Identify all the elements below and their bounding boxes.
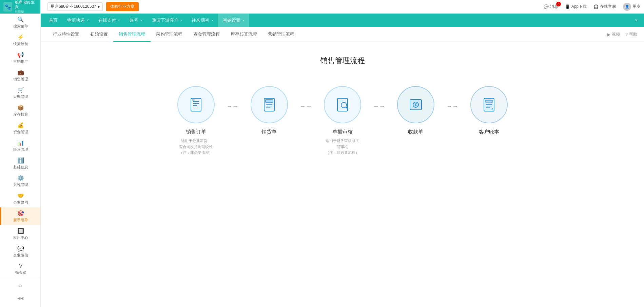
sidebar-icon-7: 📊	[17, 140, 24, 146]
sub-tab-2[interactable]: 销售管理流程	[113, 27, 151, 42]
sidebar-item-10[interactable]: 🤝 企业协同	[0, 190, 40, 207]
app-icon: 📱	[565, 4, 570, 9]
sidebar-item-5[interactable]: 📦 库存核算	[0, 102, 40, 119]
trial-button[interactable]: 体验行业方案	[106, 2, 139, 11]
main-content: 行业特性设置初始设置销售管理流程采购管理流程资金管理流程库存核算流程营销管理流程…	[41, 27, 644, 307]
sidebar-item-9[interactable]: ⚙️ 系统管理	[0, 172, 40, 190]
sub-tab-3[interactable]: 采购管理流程	[151, 27, 188, 42]
app-download-item[interactable]: 📱 App下载	[565, 4, 587, 9]
online-service-item[interactable]: 🎧 在线客服	[593, 4, 616, 9]
sidebar-label-14: 畅会员	[15, 270, 26, 275]
flow-circle-4: ¥	[397, 86, 434, 123]
logo-sub: 标准版	[15, 9, 37, 14]
sidebar-icon-2: 📢	[17, 52, 24, 58]
nav-tab-1[interactable]: 物流快递×	[62, 14, 94, 27]
logo-text: 畅库·做好生意	[15, 0, 37, 9]
help-label: 帮助	[629, 32, 637, 37]
nav-tab-4[interactable]: 邀请下游客户×	[147, 14, 187, 27]
sidebar-settings[interactable]: ⚙	[0, 280, 40, 292]
sidebar-icon-8: ℹ️	[17, 157, 24, 164]
nav-tab-3[interactable]: 账号×	[125, 14, 147, 27]
sidebar-item-1[interactable]: ⚡ 快捷导航	[0, 31, 40, 49]
sidebar-item-8[interactable]: ℹ️ 基础信息	[0, 155, 40, 172]
sub-tab-label-1: 初始设置	[90, 31, 108, 37]
flow-step-title-4: 收款单	[408, 129, 423, 135]
sidebar-label-10: 企业协同	[13, 200, 28, 205]
user-label: 用户690企业1660120507	[51, 4, 96, 9]
sidebar-item-2[interactable]: 📢 营销推广	[0, 49, 40, 66]
sub-tab-label-0: 行业特性设置	[53, 31, 79, 37]
sub-tab-help: ▶ 视频 ? 帮助	[607, 32, 637, 37]
svg-rect-10	[337, 98, 348, 111]
sub-tab-6[interactable]: 营销管理流程	[262, 27, 300, 42]
nav-tab-close-1[interactable]: ×	[87, 19, 89, 22]
nav-tab-label-4: 邀请下游客户	[152, 17, 178, 23]
nav-tab-close-3[interactable]: ×	[140, 19, 142, 22]
sub-tab-5[interactable]: 库存核算流程	[225, 27, 262, 42]
sidebar-item-12[interactable]: 🔲 应用中心	[0, 225, 40, 243]
flow-step-4[interactable]: ¥ 收款单	[382, 86, 450, 138]
nav-tab-close-4[interactable]: ×	[180, 19, 182, 22]
video-help[interactable]: ▶ 视频	[607, 32, 620, 37]
nav-tab-close-5[interactable]: ×	[211, 19, 213, 22]
sub-tab-4[interactable]: 资金管理流程	[188, 27, 225, 42]
sidebar-items: 🔍 搜索菜单 ⚡ 快捷导航 📢 营销推广 💼 销售管理 🛒 采购管理 📦 库存核…	[0, 14, 40, 277]
sidebar-label-13: 企业微信	[13, 253, 28, 258]
service-label: 在线客服	[600, 4, 616, 9]
sub-tab-1[interactable]: 初始设置	[85, 27, 113, 42]
sidebar-item-13[interactable]: 💬 企业微信	[0, 243, 40, 260]
sidebar-collapse[interactable]: ◀◀	[0, 292, 40, 304]
sidebar-item-11[interactable]: 🎯 新手引导	[0, 207, 40, 225]
sidebar-item-14[interactable]: V 畅会员	[0, 260, 40, 277]
sidebar-label-9: 系统管理	[13, 182, 28, 187]
user-select[interactable]: 用户690企业1660120507 ▾	[47, 2, 103, 11]
sidebar-icon-3: 💼	[17, 69, 24, 76]
sidebar-label-12: 应用中心	[13, 235, 28, 240]
sidebar-item-7[interactable]: 📊 经营管理	[0, 137, 40, 155]
page-content: 销售管理流程 销售订单 适用于分批发货、有合同发货周期较长（注：非必要流程） →…	[41, 42, 644, 169]
sidebar-item-0[interactable]: 🔍 搜索菜单	[0, 14, 40, 31]
sidebar-logo: 🐾 畅库·做好生意 标准版	[0, 0, 40, 14]
top-right: 💬 消息 6 📱 App下载 🎧 在线客服 👤 用友	[544, 3, 641, 11]
close-all-tabs[interactable]: ×	[632, 17, 641, 23]
sub-tab-label-6: 营销管理流程	[268, 31, 294, 37]
sidebar-label-4: 采购管理	[13, 94, 28, 99]
nav-tab-close-6[interactable]: ×	[242, 19, 245, 22]
flow-step-desc-3: 适用于财务审核或主管审核（注：非必要流程）	[326, 138, 359, 156]
sidebar-item-3[interactable]: 💼 销售管理	[0, 66, 40, 84]
nav-tabs: 首页物流快递×在线支付×账号×邀请下游客户×往来期初×初始设置××	[41, 14, 644, 27]
settings-icon: ⚙	[18, 284, 22, 288]
nav-tab-5[interactable]: 往来期初×	[187, 14, 218, 27]
sub-tab-0[interactable]: 行业特性设置	[47, 27, 85, 42]
user-avatar-item[interactable]: 👤 用友	[623, 3, 641, 11]
flow-step-3[interactable]: 单据审核 适用于财务审核或主管审核（注：非必要流程）	[309, 86, 376, 156]
flow-step-5[interactable]: ¥ 客户账本	[455, 86, 523, 138]
message-item[interactable]: 💬 消息 6	[544, 4, 558, 9]
username: 用友	[632, 4, 641, 9]
sidebar-item-4[interactable]: 🛒 采购管理	[0, 84, 40, 102]
nav-tab-6[interactable]: 初始设置×	[218, 14, 249, 27]
collapse-icon: ◀◀	[17, 296, 23, 301]
svg-text:¥: ¥	[415, 103, 417, 107]
sidebar-icon-4: 🛒	[17, 87, 24, 93]
flow-step-2[interactable]: 销货单	[235, 86, 303, 138]
help-icon: ?	[625, 32, 628, 37]
message-badge: 6	[556, 2, 561, 6]
sidebar-label-6: 资金管理	[13, 129, 28, 135]
flow-step-title-3: 单据审核	[332, 129, 353, 135]
help-link[interactable]: ? 帮助	[625, 32, 637, 37]
nav-tab-label-5: 往来期初	[192, 17, 209, 23]
flow-step-1[interactable]: 销售订单 适用于分批发货、有合同发货周期较长（注：非必要流程）	[162, 86, 230, 156]
page-title: 销售管理流程	[61, 56, 624, 66]
sidebar-bottom: ⚙ ◀◀	[0, 277, 40, 307]
nav-tab-2[interactable]: 在线支付×	[94, 14, 125, 27]
flow-circle-1	[177, 86, 215, 123]
sidebar-label-11: 新手引导	[13, 218, 28, 223]
nav-tab-close-2[interactable]: ×	[118, 19, 120, 22]
sidebar-item-6[interactable]: 💰 资金管理	[0, 119, 40, 137]
app-label: App下载	[571, 4, 587, 9]
nav-tab-label-6: 初始设置	[223, 17, 240, 23]
nav-tab-label-0: 首页	[49, 17, 58, 23]
sub-tab-label-2: 销售管理流程	[119, 31, 145, 37]
nav-tab-0[interactable]: 首页	[44, 14, 62, 27]
